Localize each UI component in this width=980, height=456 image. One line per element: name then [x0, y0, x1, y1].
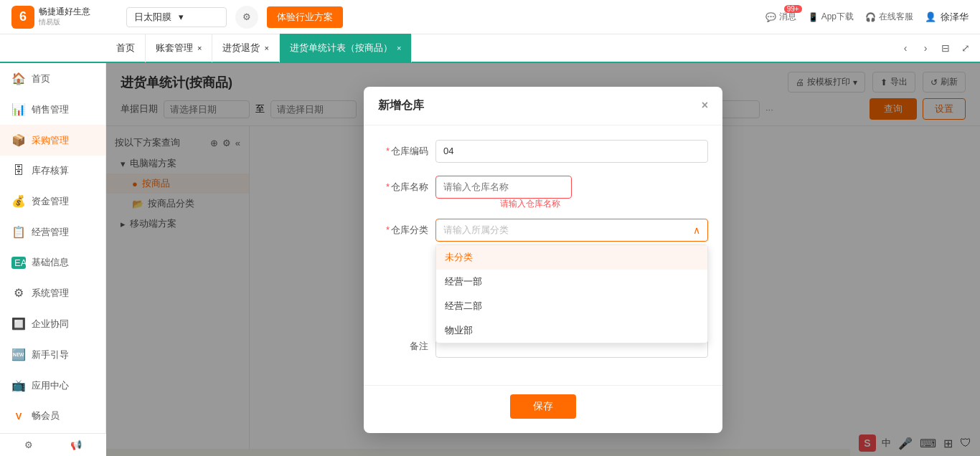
tab-right-controls: ‹ › ⊟ ⤢ [897, 39, 980, 57]
headset-icon: 🎧 [865, 12, 876, 22]
guide-icon: 🆕 [11, 348, 26, 361]
sidebar-item-guide[interactable]: 🆕 新手引导 [0, 339, 105, 370]
name-input[interactable] [435, 176, 572, 199]
top-bar: 6 畅捷通好生意 情易版 日太阳膜 ▾ ⚙ 体验行业方案 💬 消息 99+ 📱 … [0, 0, 980, 34]
dialog-header: 新增仓库 × [364, 87, 722, 125]
home-icon: 🏠 [11, 72, 26, 85]
dialog-close-button[interactable]: × [702, 99, 708, 112]
content-area: 进货单统计(按商品) 🖨 按模板打印 ▾ ⬆ 导出 ↺ 刷新 [106, 63, 980, 456]
logo-text: 畅捷通好生意 [39, 6, 90, 18]
sales-icon: 📊 [11, 103, 26, 116]
sidebar-item-sales[interactable]: 📊 销售管理 [0, 94, 105, 125]
category-select[interactable]: 请输入所属分类 ∧ [435, 219, 708, 242]
tab-close-account[interactable]: × [197, 44, 202, 52]
tab-home[interactable]: 首页 [106, 34, 146, 62]
message-icon-item[interactable]: 💬 消息 99+ [765, 11, 796, 23]
user-name: 徐泽华 [941, 11, 969, 24]
sidebar-item-operation[interactable]: 📋 经营管理 [0, 217, 105, 247]
gear-button[interactable]: ⚙ [235, 6, 258, 29]
modal-overlay: 新增仓库 × 仓库编码 仓库名称 请输入仓库名称 [106, 63, 980, 456]
category-label: 仓库分类 [378, 219, 435, 242]
tab-close-return[interactable]: × [264, 44, 268, 52]
select-arrow-icon: ∧ [693, 224, 700, 236]
sidebar-item-purchase[interactable]: 📦 采购管理 [0, 125, 105, 156]
sidebar-item-cooperation[interactable]: 🔲 企业协同 [0, 308, 105, 339]
sidebar-item-apps[interactable]: 📺 应用中心 [0, 370, 105, 401]
sidebar-item-inventory[interactable]: 🗄 库存核算 [0, 156, 105, 186]
tab-purchase-return[interactable]: 进货退货 × [212, 34, 279, 62]
apps-icon: 📺 [11, 379, 26, 392]
sidebar-item-system[interactable]: ⚙ 系统管理 [0, 277, 105, 308]
sidebar-item-finance[interactable]: 💰 资金管理 [0, 186, 105, 217]
sidebar-item-member[interactable]: V 畅会员 [0, 401, 105, 431]
user-area[interactable]: 👤 徐泽华 [925, 11, 969, 24]
store-selector[interactable]: 日太阳膜 ▾ [126, 7, 227, 27]
inventory-icon: 🗄 [11, 164, 26, 177]
sidebar-bottom: ⚙ 📢 [0, 433, 106, 456]
system-icon: ⚙ [11, 286, 26, 300]
finance-icon: 💰 [11, 194, 26, 208]
dialog-title: 新增仓库 [378, 98, 424, 113]
message-icon: 💬 [765, 12, 776, 22]
code-input[interactable] [435, 140, 708, 163]
app-download-item[interactable]: 📱 App下载 [808, 11, 854, 23]
tab-nav-right[interactable]: › [917, 39, 934, 57]
dropdown-item-2[interactable]: 经营二部 [436, 294, 707, 318]
mobile-icon: 📱 [808, 12, 819, 22]
name-label: 仓库名称 [378, 176, 435, 199]
dialog-footer: 保存 [364, 385, 722, 433]
try-industry-button[interactable]: 体验行业方案 [267, 6, 343, 28]
tab-close-stat[interactable]: × [397, 44, 401, 52]
tab-nav-left[interactable]: ‹ [897, 39, 914, 57]
sidebar-item-home[interactable]: 🏠 首页 [0, 63, 105, 94]
tab-expand-btn[interactable]: ⤢ [957, 39, 974, 57]
code-label: 仓库编码 [378, 140, 435, 163]
name-error-msg: 请输入仓库名称 [500, 198, 560, 210]
logo-icon: 6 [11, 6, 34, 29]
tab-account[interactable]: 账套管理 × [146, 34, 212, 62]
main-layout: 🏠 首页 📊 销售管理 📦 采购管理 🗄 库存核算 💰 资金管理 📋 经营管理 … [0, 63, 980, 456]
member-icon: V [11, 411, 26, 422]
top-icons: 💬 消息 99+ 📱 App下载 🎧 在线客服 👤 徐泽华 [765, 11, 969, 24]
logo-area: 6 畅捷通好生意 情易版 [11, 6, 118, 29]
category-dropdown: 未分类 经营一部 经营二部 物业部 [435, 244, 708, 343]
basic-info-icon: EA [11, 257, 26, 269]
tab-menu-btn[interactable]: ⊟ [937, 39, 954, 57]
dropdown-item-1[interactable]: 经营一部 [436, 270, 707, 294]
logo-sub: 情易版 [39, 17, 90, 27]
sidebar: 🏠 首页 📊 销售管理 📦 采购管理 🗄 库存核算 💰 资金管理 📋 经营管理 … [0, 63, 106, 456]
new-warehouse-dialog: 新增仓库 × 仓库编码 仓库名称 请输入仓库名称 [364, 87, 722, 433]
form-row-category: 仓库分类 请输入所属分类 ∧ 未分类 经营一部 经营二部 物业 [378, 219, 708, 242]
dialog-body: 仓库编码 仓库名称 请输入仓库名称 仓库分类 [364, 125, 722, 385]
dropdown-item-3[interactable]: 物业部 [436, 318, 707, 343]
online-service-item[interactable]: 🎧 在线客服 [865, 11, 913, 23]
form-row-code: 仓库编码 [378, 140, 708, 163]
note-label: 备注 [378, 335, 435, 358]
speaker-icon[interactable]: 📢 [70, 440, 82, 450]
settings-icon[interactable]: ⚙ [24, 440, 33, 450]
dropdown-item-0[interactable]: 未分类 [436, 245, 707, 270]
purchase-icon: 📦 [11, 133, 26, 147]
form-row-name: 仓库名称 请输入仓库名称 [378, 176, 708, 199]
tab-bar: 首页 账套管理 × 进货退货 × 进货单统计表（按商品） × ‹ › ⊟ ⤢ [0, 34, 980, 63]
message-badge: 99+ [784, 5, 802, 13]
user-avatar-icon: 👤 [925, 11, 936, 22]
tab-purchase-stat[interactable]: 进货单统计表（按商品） × [280, 34, 412, 62]
operation-icon: 📋 [11, 225, 26, 239]
cooperation-icon: 🔲 [11, 317, 26, 331]
save-button[interactable]: 保存 [510, 394, 576, 419]
sidebar-item-basic-info[interactable]: EA 基础信息 [0, 247, 105, 277]
